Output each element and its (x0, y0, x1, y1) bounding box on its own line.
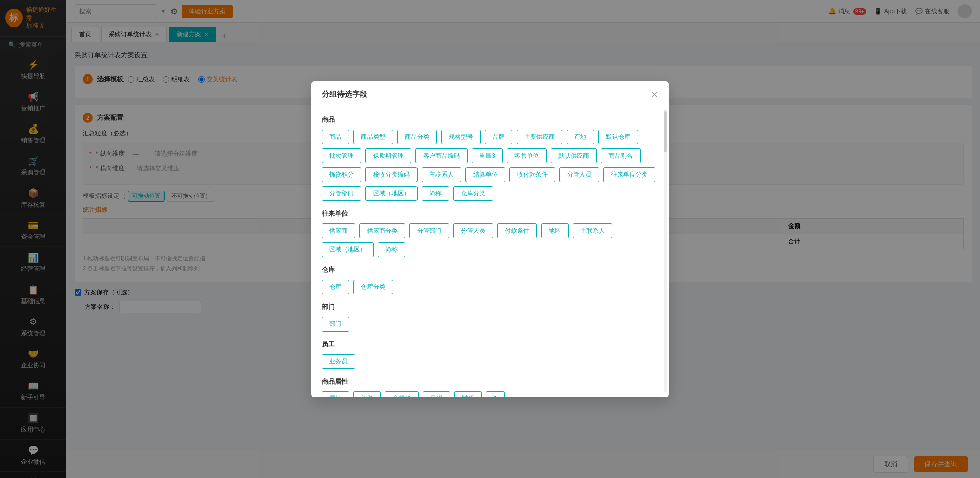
section-title-department: 部门 (322, 303, 658, 312)
modal-overlay: 分组待选字段 ✕ 商品 商品商品类型商品分类规格型号品牌主要供应商产地默认仓库批… (0, 0, 980, 478)
field-btn-仓库分类[interactable]: 仓库分类 (353, 280, 393, 294)
field-btn-产地[interactable]: 产地 (567, 130, 594, 144)
field-btn-零售单位[interactable]: 零售单位 (507, 148, 547, 163)
modal-dialog: 分组待选字段 ✕ 商品 商品商品类型商品分类规格型号品牌主要供应商产地默认仓库批… (311, 81, 669, 397)
field-btn-商品分类[interactable]: 商品分类 (397, 130, 437, 144)
field-btn-分管人员[interactable]: 分管人员 (559, 167, 599, 182)
field-btn-简称[interactable]: 简称 (422, 186, 449, 201)
field-grid-department: 部门 (322, 317, 658, 332)
field-btn-保质期管理[interactable]: 保质期管理 (365, 148, 411, 163)
field-btn-1[interactable]: 1 (486, 391, 505, 397)
field-btn-默认供应商[interactable]: 默认供应商 (551, 148, 597, 163)
field-btn-付款条件[interactable]: 付款条件 (497, 223, 537, 238)
field-btn-供应商分类[interactable]: 供应商分类 (359, 223, 405, 238)
field-btn-尺码[interactable]: 尺码 (423, 391, 450, 397)
field-btn-拣货积分[interactable]: 拣货积分 (322, 167, 361, 182)
field-btn-收付款条件[interactable]: 收付款条件 (509, 167, 555, 182)
field-btn-鞋码[interactable]: 鞋码 (454, 391, 482, 397)
field-btn-客户商品编码[interactable]: 客户商品编码 (415, 148, 468, 163)
field-btn-主要供应商[interactable]: 主要供应商 (517, 130, 562, 144)
field-btn-分管人员[interactable]: 分管人员 (453, 223, 493, 238)
field-btn-区域（地区）[interactable]: 区域（地区） (322, 242, 374, 257)
field-btn-多规格[interactable]: 多规格 (385, 391, 419, 397)
field-grid-staff: 业务员 (322, 354, 658, 369)
field-btn-商品[interactable]: 商品 (322, 130, 349, 144)
modal-body: 商品 商品商品类型商品分类规格型号品牌主要供应商产地默认仓库批次管理保质期管理客… (311, 107, 669, 397)
field-btn-默认仓库[interactable]: 默认仓库 (598, 130, 638, 144)
section-title-staff: 员工 (322, 340, 658, 349)
field-grid-product: 商品商品类型商品分类规格型号品牌主要供应商产地默认仓库批次管理保质期管理客户商品… (322, 130, 658, 201)
field-btn-颜色[interactable]: 颜色 (353, 391, 381, 397)
field-btn-往来单位分类[interactable]: 往来单位分类 (603, 167, 655, 182)
field-btn-规格型号[interactable]: 规格型号 (441, 130, 481, 144)
field-btn-仓库[interactable]: 仓库 (322, 280, 349, 294)
field-btn-品牌[interactable]: 品牌 (485, 130, 512, 144)
field-grid-warehouse: 仓库仓库分类 (322, 280, 658, 294)
modal-close-button[interactable]: ✕ (651, 89, 658, 100)
field-btn-分管部门[interactable]: 分管部门 (409, 223, 449, 238)
section-title-partner: 往来单位 (322, 209, 658, 218)
field-btn-业务员[interactable]: 业务员 (322, 354, 355, 369)
field-btn-主联系人[interactable]: 主联系人 (422, 167, 461, 182)
field-btn-批次管理[interactable]: 批次管理 (322, 148, 361, 163)
section-title-product-attr: 商品属性 (322, 377, 658, 386)
field-btn-区域（地区）[interactable]: 区域（地区） (365, 186, 418, 201)
field-grid-product-attr: 属性颜色多规格尺码鞋码1 (322, 391, 658, 397)
modal-header: 分组待选字段 ✕ (311, 81, 669, 107)
field-btn-仓库分类[interactable]: 仓库分类 (453, 186, 493, 201)
field-btn-地区[interactable]: 地区 (541, 223, 569, 238)
field-grid-partner: 供应商供应商分类分管部门分管人员付款条件地区主联系人区域（地区）简称 (322, 223, 658, 257)
modal-scrollbar-track (664, 109, 667, 392)
field-btn-商品别名[interactable]: 商品别名 (601, 148, 641, 163)
section-title-warehouse: 仓库 (322, 265, 658, 274)
field-btn-属性[interactable]: 属性 (322, 391, 349, 397)
field-btn-主联系人[interactable]: 主联系人 (573, 223, 612, 238)
field-btn-重量3[interactable]: 重量3 (472, 148, 503, 163)
field-btn-结算单位[interactable]: 结算单位 (465, 167, 505, 182)
field-btn-部门[interactable]: 部门 (322, 317, 349, 332)
field-btn-税收分类编码[interactable]: 税收分类编码 (365, 167, 418, 182)
modal-scrollbar-thumb[interactable] (664, 111, 667, 152)
field-btn-商品类型[interactable]: 商品类型 (353, 130, 393, 144)
field-btn-简称[interactable]: 简称 (378, 242, 405, 257)
section-title-product: 商品 (322, 115, 658, 124)
field-btn-供应商[interactable]: 供应商 (322, 223, 355, 238)
field-btn-分管部门[interactable]: 分管部门 (322, 186, 361, 201)
modal-title: 分组待选字段 (322, 90, 368, 99)
